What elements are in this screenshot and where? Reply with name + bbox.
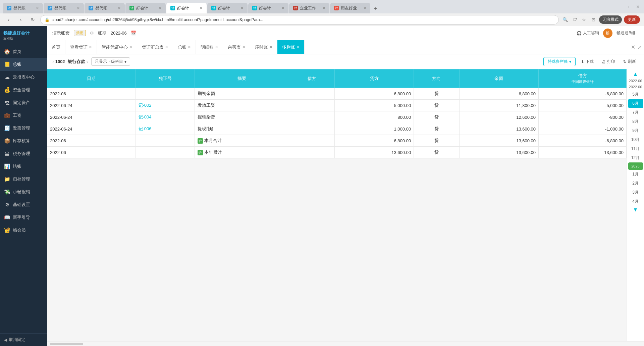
next-subject-btn[interactable]: › bbox=[87, 59, 88, 64]
browser-tab-8[interactable]: 计 用友好业 ✕ bbox=[330, 3, 370, 13]
browser-tab-4[interactable]: 计 好会计 ✕ bbox=[166, 3, 207, 13]
sidebar-item-home[interactable]: 🏠 首页 bbox=[0, 45, 47, 58]
sidebar-item-salary[interactable]: 💼 工资 bbox=[0, 109, 47, 122]
search-icon[interactable]: 🔍 bbox=[561, 16, 569, 23]
download-button[interactable]: ⬇ 下载 bbox=[578, 57, 596, 66]
tab-smart-voucher[interactable]: 智能凭证中心 ✕ bbox=[97, 40, 137, 54]
tab-balance[interactable]: 余额表 ✕ bbox=[223, 40, 250, 54]
sidebar-cancel-fixed[interactable]: ◀ 取消固定 bbox=[0, 333, 47, 346]
tab-label: 好会计 bbox=[177, 5, 198, 11]
month-jan[interactable]: 1月 bbox=[628, 170, 643, 179]
tab-close-btn[interactable]: ✕ bbox=[281, 6, 284, 10]
month-mar[interactable]: 3月 bbox=[628, 188, 643, 197]
tab-time-ledger[interactable]: 序时账 ✕ bbox=[250, 40, 277, 54]
sidebar-toggle-icon[interactable]: ⊡ bbox=[590, 16, 597, 23]
tab-close-btn[interactable]: ✕ bbox=[363, 6, 366, 10]
sidebar-item-tax[interactable]: 🏛 税务管理 bbox=[0, 147, 47, 160]
tab-close-icon[interactable]: ✕ bbox=[297, 45, 300, 49]
scroll-down-btn[interactable]: ▼ bbox=[632, 206, 639, 213]
new-tab-button[interactable]: + bbox=[371, 4, 380, 13]
tab-close-icon[interactable]: ✕ bbox=[129, 45, 132, 49]
month-jul[interactable]: 7月 bbox=[628, 108, 643, 117]
print-button[interactable]: 🖨 打印 bbox=[599, 57, 618, 66]
browser-tab-0[interactable]: 计 易代账 ✕ bbox=[3, 3, 43, 13]
voucher-link[interactable]: 记-002 bbox=[139, 103, 152, 108]
tab-voucher-summary[interactable]: 凭证汇总表 ✕ bbox=[137, 40, 173, 54]
maximize-btn[interactable]: □ bbox=[627, 3, 633, 10]
tab-close-btn[interactable]: ✕ bbox=[159, 6, 162, 10]
address-input[interactable]: 🔒 cloud2.chanjet.com/accounting/uh26t264… bbox=[40, 15, 559, 24]
sidebar-item-guide[interactable]: 📖 新手引导 bbox=[0, 211, 47, 224]
minimize-btn[interactable]: ─ bbox=[619, 3, 625, 10]
scrollbar-thumb[interactable] bbox=[50, 343, 83, 345]
no-trace-button[interactable]: 无痕模式 bbox=[599, 15, 622, 24]
filter-button[interactable]: 只显示下级科目 ▾ bbox=[91, 57, 130, 66]
month-nov[interactable]: 11月 bbox=[628, 144, 643, 153]
tab-close-icon[interactable]: ✕ bbox=[242, 45, 245, 49]
calendar-icon[interactable]: 📅 bbox=[131, 31, 136, 36]
prev-subject-btn[interactable]: ‹ bbox=[52, 59, 54, 64]
voucher-link[interactable]: 记-006 bbox=[139, 126, 152, 131]
back-btn[interactable]: ‹ bbox=[4, 15, 13, 24]
tab-close-icon[interactable]: ✕ bbox=[215, 45, 218, 49]
sidebar-item-invoice[interactable]: 🧾 发票管理 bbox=[0, 122, 47, 135]
sidebar-item-inventory[interactable]: 📦 库存核算 bbox=[0, 135, 47, 147]
sidebar-item-expense[interactable]: 💸 小畅报销 bbox=[0, 186, 47, 198]
update-button[interactable]: 更新 bbox=[624, 15, 640, 24]
tab-close-btn[interactable]: ✕ bbox=[322, 6, 325, 10]
tab-multi-column[interactable]: 多栏账 ✕ bbox=[277, 40, 305, 54]
reload-btn[interactable]: ↻ bbox=[28, 15, 38, 24]
month-jun[interactable]: 6月 bbox=[628, 99, 643, 108]
collapse-panel-btn[interactable]: ✕ bbox=[631, 44, 635, 50]
tab-close-btn[interactable]: ✕ bbox=[118, 6, 121, 10]
tab-general-ledger[interactable]: 总账 ✕ bbox=[173, 40, 196, 54]
month-sep[interactable]: 9月 bbox=[628, 126, 643, 135]
browser-tab-3[interactable]: 计 好会计 ✕ bbox=[125, 3, 166, 13]
star-icon[interactable]: ☆ bbox=[580, 16, 588, 23]
browser-tab-7[interactable]: 计 企业工作 ✕ bbox=[289, 3, 329, 13]
tab-detail-ledger[interactable]: 明细账 ✕ bbox=[196, 40, 223, 54]
forward-btn[interactable]: › bbox=[16, 15, 25, 24]
tab-close-btn[interactable]: ✕ bbox=[77, 6, 80, 10]
browser-tab-2[interactable]: 计 易代账 ✕ bbox=[85, 3, 125, 13]
tab-home[interactable]: 首页 bbox=[47, 40, 65, 54]
month-aug[interactable]: 8月 bbox=[628, 117, 643, 126]
month-apr[interactable]: 4月 bbox=[628, 197, 643, 206]
user-avatar[interactable]: 畅 bbox=[603, 29, 612, 38]
sidebar-item-close-books[interactable]: 📊 结账 bbox=[0, 160, 47, 173]
tab-close-icon[interactable]: ✕ bbox=[188, 45, 191, 49]
sidebar-item-archive[interactable]: 📁 归档管理 bbox=[0, 173, 47, 186]
tab-close-btn[interactable]: ✕ bbox=[240, 6, 244, 10]
settings-icon[interactable]: ⚙ bbox=[90, 31, 94, 36]
tab-close-btn[interactable]: ✕ bbox=[200, 6, 203, 10]
tab-close-icon[interactable]: ✕ bbox=[165, 45, 168, 49]
sidebar-item-vip[interactable]: 👑 畅会员 bbox=[0, 224, 47, 237]
sidebar-item-settings[interactable]: ⚙ 基础设置 bbox=[0, 198, 47, 211]
sidebar-item-label: 发票管理 bbox=[13, 125, 30, 131]
scroll-up-btn[interactable]: ▲ bbox=[632, 70, 639, 78]
special-account-button[interactable]: 特殊多栏账 ▾ bbox=[543, 57, 576, 66]
tab-view-voucher[interactable]: 查看凭证 ✕ bbox=[65, 40, 97, 54]
browser-tab-6[interactable]: 计 好会计 ✕ bbox=[248, 3, 288, 13]
browser-tab-5[interactable]: 计 好会计 ✕ bbox=[207, 3, 248, 13]
month-oct[interactable]: 10月 bbox=[628, 135, 643, 144]
sidebar-item-cloud-reports[interactable]: ☁ 云报表中心 bbox=[0, 71, 47, 84]
bottom-scrollbar[interactable] bbox=[47, 341, 644, 346]
tab-close-btn[interactable]: ✕ bbox=[36, 6, 39, 10]
browser-tab-1[interactable]: 计 易代账 ✕ bbox=[44, 3, 84, 13]
voucher-link[interactable]: 记-004 bbox=[139, 114, 152, 119]
tab-close-icon[interactable]: ✕ bbox=[89, 45, 92, 49]
month-feb[interactable]: 2月 bbox=[628, 179, 643, 188]
sidebar-item-ledger[interactable]: 📒 总账 bbox=[0, 58, 47, 71]
cell-balance: 13,600.00 bbox=[459, 135, 538, 147]
tab-close-icon[interactable]: ✕ bbox=[269, 45, 272, 49]
month-dec[interactable]: 12月 bbox=[628, 153, 643, 162]
expand-panel-btn[interactable]: ⤢ bbox=[637, 45, 641, 50]
sidebar-item-fixed-assets[interactable]: 🏗 固定资产 bbox=[0, 96, 47, 109]
refresh-button[interactable]: ↻ 刷新 bbox=[621, 57, 639, 66]
month-may[interactable]: 5月 bbox=[628, 90, 643, 99]
sidebar-item-funds[interactable]: 💰 资金管理 bbox=[0, 84, 47, 96]
help-label[interactable]: 🎧 人工咨询 bbox=[577, 30, 599, 36]
close-btn[interactable]: ✕ bbox=[635, 3, 641, 10]
shield-icon[interactable]: 🛡 bbox=[571, 16, 578, 23]
